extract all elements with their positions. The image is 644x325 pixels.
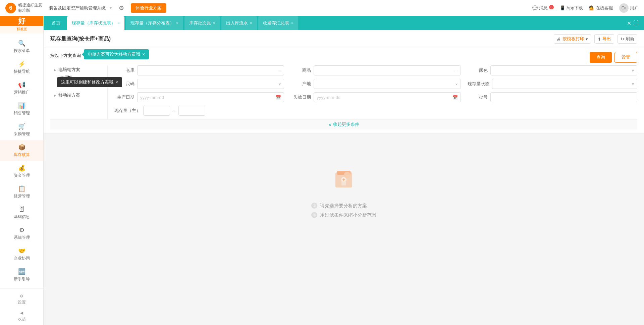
tab-home[interactable]: 首页	[46, 16, 66, 30]
stock-main-max[interactable]	[178, 106, 205, 116]
tooltip-pc-mobile: 电脑方案可设为移动方案哦 ×	[84, 49, 149, 59]
scheme-pc-arrow: ▶	[54, 68, 56, 72]
stock-status-select[interactable]: ∨	[492, 79, 637, 89]
stock-status-field: 现存量状态 ∨	[468, 79, 637, 89]
origin-select[interactable]: ∨	[314, 79, 461, 89]
origin-select-arrow: ∨	[455, 82, 458, 86]
sidebar-item-nav[interactable]: ⚡ 快捷导航	[0, 57, 43, 78]
print-arrow-icon: ▾	[586, 37, 588, 42]
sidebar-item-inventory[interactable]: 📦 库存核算	[0, 140, 43, 161]
scheme-mobile-item[interactable]: ▶ 移动端方案	[54, 91, 107, 100]
nav-icon: ⚡	[18, 60, 25, 68]
logo-text: 畅捷通好生意 标准版	[18, 3, 42, 13]
color-field: 颜色 ∨	[468, 65, 637, 75]
produce-date-icon[interactable]: 📅	[276, 95, 281, 100]
tab-inout[interactable]: 出入库流水 ×	[221, 16, 257, 30]
print-btn[interactable]: 🖨 按模板打印 ▾	[554, 34, 591, 44]
sales-icon: 📊	[18, 102, 25, 109]
empty-step2: ② 用过滤条件来缩小分析范围	[311, 210, 376, 220]
sidebar-item-business[interactable]: 📋 经营管理	[0, 182, 43, 203]
sidebar-item-guide[interactable]: 🆕 新手引导	[0, 265, 43, 285]
filter-label: 按以下方案查询	[50, 53, 81, 59]
purchase-icon: 🛒	[18, 123, 25, 130]
color-select-arrow: ∨	[632, 68, 634, 73]
expire-date-input[interactable]: yyyy-mm-dd 📅	[314, 92, 461, 102]
tab-close-stock-status[interactable]: ×	[117, 21, 120, 25]
tab-close-inout[interactable]: ×	[250, 21, 252, 25]
message-btn[interactable]: 💬 消息 6	[532, 5, 554, 11]
query-btn[interactable]: 查询	[590, 52, 612, 63]
stock-status-select-arrow: ∨	[632, 82, 634, 86]
refresh-btn[interactable]: ↻ 刷新	[618, 34, 637, 44]
guide-icon: 🆕	[18, 268, 25, 275]
sidebar-item-collab[interactable]: 🤝 企业协同	[0, 244, 43, 265]
product-input[interactable]	[317, 68, 454, 73]
tab-maximize-btn[interactable]: ⛶	[633, 20, 639, 26]
scheme-pc-item[interactable]: ▶ 电脑端方案	[54, 65, 107, 74]
origin-field: 产地 ∨	[291, 79, 461, 89]
produce-date-input[interactable]: yyyy-mm-dd 📅	[137, 92, 284, 102]
user-avatar: Ea	[619, 3, 629, 13]
settings-btn[interactable]: ⚙	[116, 3, 127, 13]
sidebar-item-purchase[interactable]: 🛒 采购管理	[0, 119, 43, 140]
export-icon: ⬆	[597, 37, 601, 42]
collapse-icon: ◀	[20, 311, 23, 315]
stock-main-range: —	[143, 106, 205, 116]
warehouse-field: 仓库 ···	[114, 65, 284, 75]
sidebar-item-basic[interactable]: 🗄 基础信息	[0, 203, 43, 223]
app-download-btn[interactable]: 📱 App下载	[560, 5, 583, 11]
business-icon: 📋	[18, 185, 25, 193]
sidebar-logo: 好	[0, 16, 43, 26]
reset-btn[interactable]: 设置	[614, 52, 637, 63]
size-select-arrow: ∨	[278, 82, 281, 86]
batch-field: 批号	[468, 92, 637, 102]
logo-icon: 6	[5, 3, 16, 13]
color-select[interactable]: ∨	[490, 65, 637, 75]
size-field: 尺码 ∨	[114, 79, 284, 89]
sidebar-collapse-btn[interactable]: ◀ 收起	[0, 308, 43, 325]
sidebar-item-search[interactable]: 🔍 搜索菜单	[0, 36, 43, 57]
collapse-arrow-icon: ∧	[328, 122, 332, 127]
batch-input[interactable]	[490, 92, 637, 102]
tooltip1-close-btn[interactable]: ×	[142, 52, 145, 57]
sidebar-item-marketing[interactable]: 📢 营销推广	[0, 78, 43, 99]
svg-rect-6	[341, 181, 346, 185]
collab-icon: 🤝	[18, 247, 25, 255]
marketing-icon: 📢	[18, 81, 25, 89]
logo-area: 6 畅捷通好生意 标准版	[5, 3, 42, 13]
online-support-btn[interactable]: 💁 在线客服	[589, 5, 613, 11]
page-title: 现存量查询(按仓库+商品)	[50, 36, 111, 43]
expire-date-icon[interactable]: 📅	[452, 95, 458, 100]
warehouse-more-btn[interactable]: ···	[277, 68, 281, 73]
product-field: 商品 ···	[291, 65, 461, 75]
industry-btn[interactable]: 体验行业方案	[131, 3, 166, 13]
sidebar-item-finance[interactable]: 💰 资金管理	[0, 161, 43, 182]
tab-stock-status[interactable]: 现存量（库存状况表） ×	[67, 16, 124, 30]
tab-close-batch[interactable]: ×	[213, 21, 215, 25]
search-icon: 🔍	[18, 40, 25, 47]
tab-close-summary[interactable]: ×	[291, 21, 293, 25]
system-title: 装备及固定资产辅助管理系统	[49, 5, 106, 11]
svg-point-5	[344, 172, 351, 178]
print-icon: 🖨	[557, 37, 561, 42]
tooltip2-close-btn[interactable]: ×	[115, 79, 118, 85]
warehouse-input[interactable]	[140, 68, 277, 73]
collapse-filter-btn[interactable]: ∧ 收起更多条件	[50, 119, 637, 129]
tab-batch[interactable]: 库存批次账 ×	[184, 16, 220, 30]
empty-illustration	[329, 162, 359, 193]
tab-stock-dist[interactable]: 现存量（库存分布表） ×	[126, 16, 183, 30]
tab-summary[interactable]: 收发存汇总表 ×	[258, 16, 298, 30]
user-area[interactable]: Ea 用户	[619, 3, 639, 13]
stock-main-min[interactable]	[143, 106, 170, 116]
sidebar-settings-btn[interactable]: ⚙ 设置	[0, 291, 43, 308]
product-more-btn[interactable]: ···	[454, 68, 458, 73]
sidebar-item-sales[interactable]: 📊 销售管理	[0, 99, 43, 119]
sidebar-item-system[interactable]: ⚙ 系统管理	[0, 223, 43, 244]
system-icon: ⚙	[19, 226, 24, 234]
scheme-mobile-arrow: ▶	[54, 94, 56, 97]
size-select[interactable]: ∨	[137, 79, 284, 89]
page-header: 现存量查询(按仓库+商品) 🖨 按模板打印 ▾ ⬆ 导出 ↻	[44, 30, 644, 48]
tab-close-stock-dist[interactable]: ×	[176, 21, 178, 25]
tab-close-all-btn[interactable]: ✕	[627, 20, 631, 26]
export-btn[interactable]: ⬆ 导出	[594, 34, 614, 44]
